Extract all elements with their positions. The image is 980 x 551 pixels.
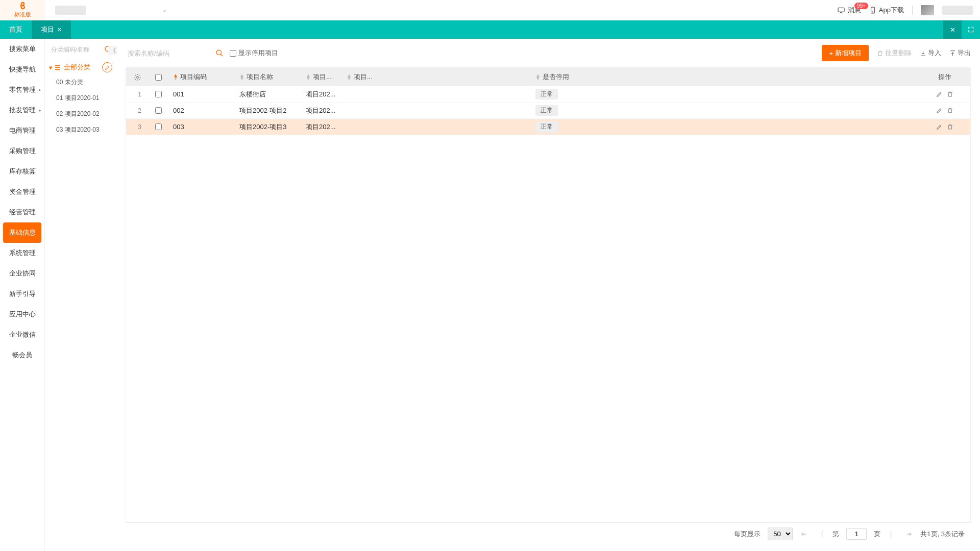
fullscreen-button[interactable]	[962, 20, 980, 39]
search-input[interactable]	[126, 47, 215, 59]
row-checkbox[interactable]	[149, 91, 168, 97]
close-icon[interactable]: ✕	[57, 27, 62, 33]
avatar[interactable]	[921, 5, 934, 15]
category-tree-panel: ▾ ☰ 全部分类 00 未分类01 项目2020-0102 项目2020-020…	[45, 39, 116, 551]
delete-icon[interactable]	[947, 107, 953, 114]
divider	[912, 6, 913, 15]
row-index: 3	[126, 123, 149, 131]
sidebar-item[interactable]: 新手引导	[0, 284, 44, 304]
sidebar-item[interactable]: 快捷导航	[0, 59, 44, 80]
cell-code: 001	[168, 90, 234, 98]
pagination: 每页显示 50 ⇤ 〈 第 页 〉 ⇥ 共1页, 3条记录	[126, 522, 971, 545]
import-icon	[920, 50, 926, 57]
sidebar-item[interactable]: 企业协同	[0, 263, 44, 284]
show-disabled-checkbox[interactable]: 显示停用项目	[230, 48, 278, 58]
show-disabled-input[interactable]	[230, 50, 236, 57]
column-status[interactable]: 是否停用	[530, 72, 919, 82]
column-settings[interactable]	[126, 73, 149, 81]
search-icon[interactable]	[215, 49, 224, 57]
sidebar-item[interactable]: 搜索菜单	[0, 39, 44, 59]
edit-icon[interactable]	[936, 91, 943, 97]
row-index: 2	[126, 107, 149, 114]
tree-node[interactable]: 01 项目2020-01	[49, 90, 112, 106]
edit-category-button[interactable]	[102, 62, 112, 72]
tree-root[interactable]: ▾ ☰ 全部分类	[49, 60, 112, 74]
chat-icon	[837, 6, 845, 14]
user-name-chip[interactable]	[942, 6, 973, 15]
per-page-label: 每页显示	[734, 530, 761, 539]
export-button[interactable]: 导出	[949, 48, 971, 58]
tree-node[interactable]: 02 项目2020-02	[49, 106, 112, 122]
prev-page-button[interactable]: 〈	[816, 530, 825, 539]
page-input[interactable]	[846, 528, 867, 540]
cell-name: 项目2002-项目2	[234, 106, 301, 115]
show-disabled-label: 显示停用项目	[238, 48, 278, 58]
delete-icon[interactable]	[947, 91, 953, 97]
sidebar-item[interactable]: 资金管理	[0, 182, 44, 202]
table-row[interactable]: 3003项目2002-项目3项目202...正常	[126, 119, 970, 135]
table-row[interactable]: 1001东楼街店项目202...正常	[126, 86, 970, 103]
edit-icon[interactable]	[936, 123, 943, 130]
tree-node[interactable]: 00 未分类	[49, 74, 112, 90]
collapse-tree-button[interactable]: 《	[108, 46, 117, 55]
column-code[interactable]: 项目编码	[168, 72, 234, 82]
sidebar-item[interactable]: 采购管理	[0, 141, 44, 161]
edit-icon[interactable]	[936, 107, 943, 114]
row-checkbox[interactable]	[149, 123, 168, 130]
tab-home-label: 首页	[9, 25, 22, 34]
sidebar-item[interactable]: 经营管理	[0, 202, 44, 222]
select-all-checkbox[interactable]	[149, 74, 168, 81]
svg-point-4	[216, 50, 221, 55]
table-row[interactable]: 2002项目2002-项目2项目202...正常	[126, 103, 970, 119]
row-index: 1	[126, 91, 149, 98]
column-desc[interactable]: 项目...	[341, 72, 530, 82]
svg-rect-0	[838, 8, 844, 12]
import-label: 导入	[928, 48, 941, 58]
page-suffix: 页	[874, 530, 880, 539]
column-name[interactable]: 项目名称	[234, 72, 301, 82]
org-selector[interactable]: ⌄	[45, 6, 177, 15]
tab-home[interactable]: 首页	[0, 20, 32, 39]
messages-button[interactable]: 消息 99+	[837, 6, 861, 15]
sidebar-item[interactable]: 电商管理	[0, 120, 44, 141]
sidebar-item[interactable]: 应用中心	[0, 304, 44, 324]
export-label: 导出	[958, 48, 971, 58]
cell-ops	[919, 123, 970, 130]
cell-ops	[919, 91, 970, 97]
next-page-button[interactable]: 〉	[888, 530, 897, 539]
org-chip	[55, 6, 86, 15]
table-header: 项目编码 项目名称 项目... 项目... 是否停用 操作	[126, 68, 970, 86]
sidebar-item[interactable]: 库存核算	[0, 161, 44, 182]
app-download-button[interactable]: App下载	[869, 6, 904, 15]
sidebar-item[interactable]: 畅会员	[0, 345, 44, 365]
add-label: 新增项目	[835, 48, 862, 58]
column-ops: 操作	[919, 72, 970, 82]
tab-strip: 首页 项目 ✕ ✕	[0, 20, 980, 39]
sidebar-item[interactable]: 批发管理▸	[0, 100, 44, 120]
first-page-button[interactable]: ⇤	[800, 530, 808, 538]
row-checkbox[interactable]	[149, 107, 168, 114]
messages-badge: 99+	[854, 3, 868, 9]
chevron-right-icon: ▸	[39, 87, 41, 92]
sidebar-item[interactable]: 零售管理▸	[0, 80, 44, 100]
sidebar-item[interactable]: 企业微信	[0, 324, 44, 345]
per-page-select[interactable]: 50	[768, 528, 793, 540]
gear-icon	[134, 73, 141, 81]
delete-icon[interactable]	[947, 123, 953, 130]
chevron-right-icon: ▸	[39, 108, 41, 113]
column-category[interactable]: 项目...	[301, 72, 341, 82]
add-project-button[interactable]: + 新增项目	[822, 45, 869, 61]
close-tabs-button[interactable]: ✕	[943, 20, 962, 39]
cell-name: 东楼街店	[234, 90, 301, 99]
tab-project[interactable]: 项目 ✕	[32, 20, 71, 39]
sidebar-item[interactable]: 基础信息	[3, 222, 41, 243]
tree-search-input[interactable]	[49, 44, 101, 55]
sidebar-item[interactable]: 系统管理	[0, 243, 44, 263]
brand-logo: ϐ 标准版	[0, 0, 45, 20]
last-page-button[interactable]: ⇥	[904, 530, 913, 538]
tree-root-icon: ▾ ☰	[49, 64, 61, 71]
import-button[interactable]: 导入	[920, 48, 941, 58]
chevron-down-icon: ⌄	[162, 7, 167, 13]
tree-node[interactable]: 03 项目2020-03	[49, 122, 112, 138]
tree-root-label: 全部分类	[64, 63, 90, 72]
